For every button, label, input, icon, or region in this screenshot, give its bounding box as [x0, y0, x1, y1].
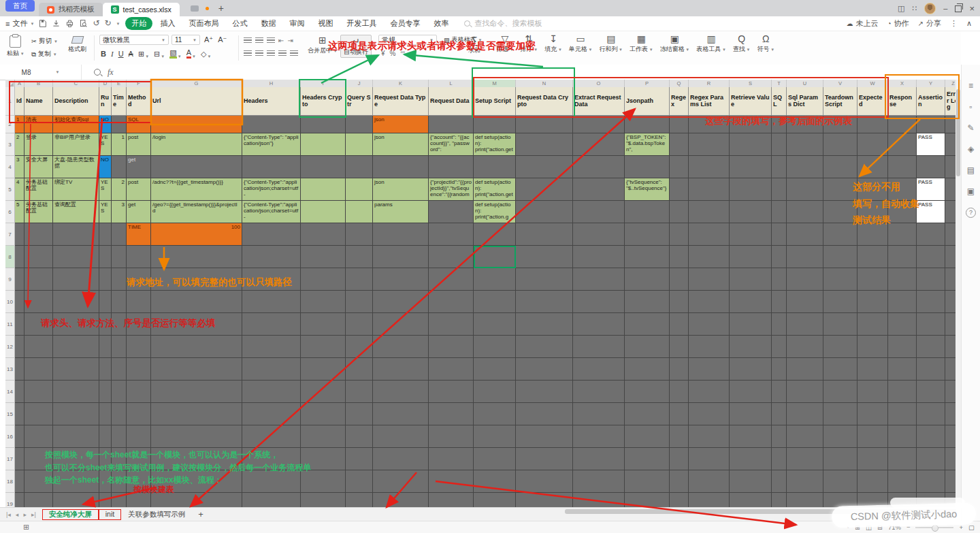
cell-T7[interactable]: [772, 223, 787, 246]
cell-V12[interactable]: [823, 336, 858, 358]
cell-O14[interactable]: [573, 381, 625, 403]
cell-R7[interactable]: [689, 223, 730, 246]
cell-Y17[interactable]: [917, 448, 945, 470]
cell-A8[interactable]: [15, 246, 24, 268]
cell-S8[interactable]: [730, 246, 772, 268]
cell-J2[interactable]: [346, 116, 373, 133]
cell-W4[interactable]: [858, 156, 888, 178]
cell-F19[interactable]: [127, 493, 151, 507]
cell-L6[interactable]: [429, 201, 474, 223]
cell-H1[interactable]: Headers: [242, 87, 301, 116]
menu-tab-页面布局[interactable]: 页面布局: [182, 17, 225, 30]
cell-X3[interactable]: [888, 133, 917, 156]
column-header-U[interactable]: U: [787, 80, 823, 87]
cell-F6[interactable]: get: [127, 201, 151, 223]
cell-K16[interactable]: [373, 425, 429, 448]
cell-R6[interactable]: [689, 201, 730, 223]
cell-L3[interactable]: {"account": "{{account}}", "password":: [429, 133, 474, 156]
cell-D17[interactable]: [99, 448, 112, 470]
cell-K7[interactable]: [373, 223, 429, 246]
cell-V7[interactable]: [823, 223, 858, 246]
cell-F14[interactable]: [127, 381, 151, 403]
cell-P2[interactable]: [625, 116, 670, 133]
cell-R9[interactable]: [689, 268, 730, 291]
cell-H14[interactable]: [242, 381, 301, 403]
cell-G18[interactable]: [151, 470, 242, 493]
reference-icon[interactable]: ▤: [966, 165, 976, 175]
cell-N6[interactable]: [516, 201, 573, 223]
cell-R8[interactable]: [689, 246, 730, 268]
cell-P8[interactable]: [625, 246, 670, 268]
cell-X14[interactable]: [888, 381, 917, 403]
font-size-select[interactable]: 11▼: [172, 35, 200, 45]
cell-N13[interactable]: [516, 358, 573, 381]
cell-B10[interactable]: [24, 291, 53, 313]
cell-V10[interactable]: [823, 291, 858, 313]
cell-X10[interactable]: [888, 291, 917, 313]
cell-I6[interactable]: [301, 201, 346, 223]
copy-button[interactable]: ⧉复制▼: [31, 50, 57, 59]
cell-M16[interactable]: [474, 425, 516, 448]
cell-M11[interactable]: [474, 313, 516, 336]
format-painter-button[interactable]: 格式刷: [68, 36, 86, 54]
cell-G12[interactable]: [151, 336, 242, 358]
fx-icon[interactable]: fx: [108, 67, 114, 78]
cell-K6[interactable]: params: [373, 201, 429, 223]
cell-J10[interactable]: [346, 291, 373, 313]
row-header-8[interactable]: 8: [5, 246, 15, 268]
cell-L9[interactable]: [429, 268, 474, 291]
cell-Q3[interactable]: [670, 133, 689, 156]
row-header-3[interactable]: 3: [5, 133, 15, 156]
cell-F8[interactable]: [127, 246, 151, 268]
cell-V19[interactable]: [823, 493, 858, 507]
cell-Q7[interactable]: [670, 223, 689, 246]
cell-P5[interactable]: {"tvSequence": "$..tvSequence"}: [625, 178, 670, 201]
increase-indent-icon[interactable]: ⇥: [287, 37, 293, 44]
row-header-15[interactable]: 15: [5, 403, 15, 425]
cell-B15[interactable]: [24, 403, 53, 425]
cell-E1[interactable]: Time: [112, 87, 127, 116]
cell-W17[interactable]: [858, 448, 888, 470]
edit-panel-icon[interactable]: ✎: [966, 123, 976, 133]
cell-R16[interactable]: [689, 425, 730, 448]
cell-K14[interactable]: [373, 381, 429, 403]
cell-Z18[interactable]: [945, 470, 956, 493]
cell-W14[interactable]: [858, 381, 888, 403]
cell-J15[interactable]: [346, 403, 373, 425]
cell-C14[interactable]: [53, 381, 99, 403]
cell-N11[interactable]: [516, 313, 573, 336]
cell-A18[interactable]: [15, 470, 24, 493]
menu-right-1[interactable]: ◔协作: [887, 18, 909, 29]
cell-J16[interactable]: [346, 425, 373, 448]
cell-F4[interactable]: get: [127, 156, 151, 178]
cell-P16[interactable]: [625, 425, 670, 448]
cell-V18[interactable]: [823, 470, 858, 493]
zoom-slider[interactable]: [915, 527, 953, 528]
cell-M17[interactable]: [474, 448, 516, 470]
cell-W10[interactable]: [858, 291, 888, 313]
cell-Y18[interactable]: [917, 470, 945, 493]
menu-tab-数据[interactable]: 数据: [255, 17, 282, 30]
cell-M8[interactable]: [474, 246, 516, 268]
cell-A5[interactable]: 4: [15, 178, 24, 201]
increase-font-icon[interactable]: A⁺: [204, 35, 213, 44]
cell-T16[interactable]: [772, 425, 787, 448]
cell-K17[interactable]: [373, 448, 429, 470]
cell-Q17[interactable]: [670, 448, 689, 470]
cell-H8[interactable]: [242, 246, 301, 268]
cell-Z9[interactable]: [945, 268, 956, 291]
cell-K19[interactable]: [373, 493, 429, 507]
cell-C9[interactable]: [53, 268, 99, 291]
cell-O3[interactable]: [573, 133, 625, 156]
font-grow-shrink[interactable]: A⁺ A⁻: [204, 35, 227, 44]
command-search[interactable]: 查找命令、搜索模板: [464, 18, 542, 29]
cell-M3[interactable]: def setup(action): print("action.get_: [474, 133, 516, 156]
cell-C2[interactable]: 初始化查询sql: [53, 116, 99, 133]
cell-B3[interactable]: 登录: [24, 133, 53, 156]
cell-M12[interactable]: [474, 336, 516, 358]
cell-J14[interactable]: [346, 381, 373, 403]
sort-button[interactable]: ⇅排序 ▼: [519, 34, 540, 54]
paste-button[interactable]: 粘贴 ▼: [7, 35, 24, 58]
cell-T1[interactable]: SQL: [772, 87, 787, 116]
cell-C16[interactable]: [53, 425, 99, 448]
